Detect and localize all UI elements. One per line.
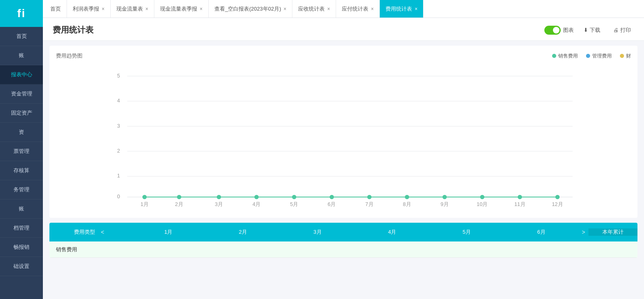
sidebar-item-assets[interactable]: 固定资产	[0, 104, 43, 123]
th-month-4: 4月	[355, 228, 430, 236]
sidebar-item-settings[interactable]: 础设置	[0, 257, 43, 276]
th-month-6: 6月	[504, 228, 579, 236]
svg-point-22	[518, 195, 522, 199]
table-section: 费用类型 < 1月 2月 3月 4月 5月 6月 > 本年累计 销售费用	[49, 223, 637, 258]
tab-close-cashflow[interactable]: ×	[145, 6, 148, 12]
download-button[interactable]: ⬇ 下载	[580, 25, 604, 35]
nav-prev-button[interactable]: <	[98, 228, 107, 236]
svg-point-23	[555, 195, 560, 199]
chart-title: 费用趋势图	[56, 52, 82, 60]
legend-dot-admin	[586, 54, 590, 58]
tab-close-expense-stats[interactable]: ×	[414, 6, 417, 12]
th-month-3: 3月	[280, 228, 355, 236]
legend-dot-sales	[552, 54, 556, 58]
svg-text:1: 1	[117, 173, 120, 179]
svg-point-16	[292, 195, 296, 199]
legend-sales: 销售费用	[552, 53, 578, 60]
svg-text:9月: 9月	[441, 202, 449, 207]
svg-text:5: 5	[117, 73, 120, 79]
tab-close-blank-report[interactable]: ×	[283, 6, 286, 12]
svg-text:4: 4	[117, 98, 120, 104]
page-title: 费用统计表	[53, 24, 94, 35]
legend-admin: 管理费用	[586, 53, 612, 60]
svg-point-20	[442, 195, 447, 199]
svg-point-19	[405, 195, 409, 199]
chart-section: 费用趋势图 销售费用 管理费用 财	[49, 46, 637, 218]
sidebar-item-funds[interactable]: 资金管理	[0, 84, 43, 104]
th-type: 费用类型 <	[49, 228, 131, 236]
legend-label-finance: 财	[626, 53, 631, 60]
nav-next-button[interactable]: >	[579, 229, 588, 235]
sidebar-item-affairs[interactable]: 务管理	[0, 180, 43, 199]
svg-text:7月: 7月	[365, 202, 373, 207]
tab-blank-report[interactable]: 查看_空白报表(2023年02月) ×	[209, 0, 292, 18]
tab-home[interactable]: 首页	[45, 0, 67, 18]
svg-text:2: 2	[117, 148, 120, 154]
th-year-total: 本年累计	[588, 228, 637, 236]
tab-cashflow[interactable]: 现金流量表 ×	[111, 0, 154, 18]
sidebar-item-resource[interactable]: 资	[0, 123, 43, 142]
table-row: 销售费用	[49, 241, 637, 258]
th-month-1: 1月	[131, 228, 206, 236]
sidebar-item-account[interactable]: 账	[0, 46, 43, 65]
legend-label-admin: 管理费用	[592, 53, 612, 60]
svg-text:10月: 10月	[477, 202, 488, 207]
svg-text:11月: 11月	[514, 202, 525, 207]
svg-point-21	[480, 195, 485, 199]
svg-text:1月: 1月	[140, 202, 149, 207]
sidebar-item-expense[interactable]: 畅报销	[0, 238, 43, 257]
tab-cashflow-quarterly[interactable]: 现金流量表季报 ×	[154, 0, 209, 18]
svg-text:4月: 4月	[252, 202, 261, 207]
sidebar-item-ledger[interactable]: 账	[0, 199, 43, 219]
svg-point-18	[367, 195, 372, 199]
sidebar-item-home[interactable]: 首页	[0, 27, 43, 46]
download-icon: ⬇	[584, 27, 588, 33]
tab-payable[interactable]: 应付统计表 ×	[336, 0, 380, 18]
sidebar-item-reports[interactable]: 报表中心	[0, 65, 43, 84]
chart-legend: 销售费用 管理费用 财	[552, 53, 631, 60]
td-type: 销售费用	[49, 246, 131, 253]
tab-bar: 首页 利润表季报 × 现金流量表 × 现金流量表季报 × 查看_空白报表(202…	[43, 0, 644, 18]
tab-expense-stats[interactable]: 费用统计表 ×	[380, 0, 423, 18]
tab-close-cashflow-quarterly[interactable]: ×	[200, 6, 203, 12]
legend-finance: 财	[620, 53, 631, 60]
svg-point-13	[177, 195, 181, 199]
legend-dot-finance	[620, 54, 624, 58]
svg-text:8月: 8月	[403, 202, 411, 207]
svg-text:12月: 12月	[552, 202, 563, 207]
main-area: 首页 利润表季报 × 现金流量表 × 现金流量表季报 × 查看_空白报表(202…	[43, 0, 644, 299]
svg-point-14	[217, 195, 221, 199]
th-month-5: 5月	[430, 228, 504, 236]
th-month-2: 2月	[206, 228, 281, 236]
chart-header: 费用趋势图 销售费用 管理费用 财	[56, 52, 631, 60]
sidebar-item-invoice[interactable]: 票管理	[0, 142, 43, 161]
tab-close-receivable[interactable]: ×	[327, 6, 330, 12]
svg-text:2月: 2月	[175, 202, 183, 207]
print-button[interactable]: 🖨 打印	[610, 25, 634, 35]
header-actions: 图表 ⬇ 下载 🖨 打印	[544, 25, 634, 35]
legend-label-sales: 销售费用	[558, 53, 578, 60]
table-header-row: 费用类型 < 1月 2月 3月 4月 5月 6月 > 本年累计	[49, 223, 637, 241]
svg-point-17	[330, 195, 334, 199]
toggle-wrap: 图表	[544, 26, 574, 35]
sidebar-item-archive[interactable]: 档管理	[0, 219, 43, 238]
svg-text:6月: 6月	[328, 202, 336, 207]
svg-text:3: 3	[117, 123, 120, 129]
chart-area: 5 4 3 2 1 0	[56, 64, 631, 211]
tab-close-profit-quarterly[interactable]: ×	[102, 6, 105, 12]
sidebar: fi 首页 账 报表中心 资金管理 固定资产 资 票管理 存核算 务管理 账 档…	[0, 0, 43, 299]
svg-text:3月: 3月	[215, 202, 223, 207]
svg-text:0: 0	[117, 194, 120, 199]
page-content: 费用统计表 图表 ⬇ 下载 🖨 打印 费用趋势图	[43, 18, 644, 299]
sidebar-item-inventory[interactable]: 存核算	[0, 161, 43, 180]
svg-text:5月: 5月	[290, 202, 298, 207]
svg-point-12	[143, 195, 147, 199]
tab-profit-quarterly[interactable]: 利润表季报 ×	[67, 0, 111, 18]
print-icon: 🖨	[613, 27, 619, 33]
toggle-label: 图表	[563, 27, 574, 34]
chart-toggle[interactable]	[544, 26, 561, 35]
sidebar-logo: fi	[0, 0, 43, 27]
tab-close-payable[interactable]: ×	[371, 6, 374, 12]
svg-point-15	[254, 195, 259, 199]
tab-receivable[interactable]: 应收统计表 ×	[292, 0, 336, 18]
